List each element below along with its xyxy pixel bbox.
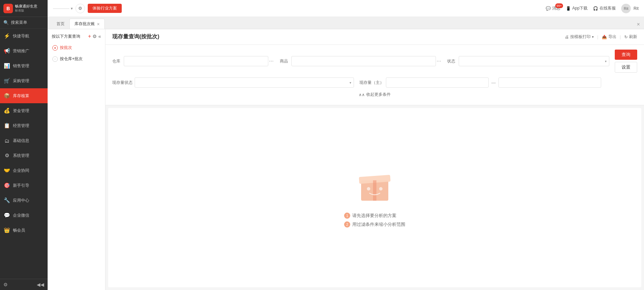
sidebar-item-system[interactable]: ⚙ 系统管理 bbox=[0, 148, 48, 163]
print-dropdown-icon[interactable]: ▾ bbox=[592, 35, 594, 39]
action-buttons: 查询 设置 bbox=[615, 50, 637, 73]
sidebar-item-label: 库存核算 bbox=[13, 93, 29, 99]
sidebar-item-guide[interactable]: 🎯 新手引导 bbox=[0, 178, 48, 193]
tab-home-label: 首页 bbox=[56, 21, 65, 27]
product-dots[interactable]: ··· bbox=[436, 58, 442, 64]
svg-point-4 bbox=[379, 187, 383, 191]
breadcrumb: ———— ▾ bbox=[53, 6, 73, 11]
operations-icon: 📋 bbox=[3, 122, 10, 129]
left-panel-actions: + ⚙ « bbox=[88, 33, 101, 39]
sidebar-item-label: 快捷导航 bbox=[13, 33, 29, 39]
warehouse-input[interactable] bbox=[124, 56, 268, 66]
sidebar-item-purchase[interactable]: 🛒 采购管理 bbox=[0, 73, 48, 88]
system-icon: ⚙ bbox=[3, 152, 10, 159]
left-panel-header: 按以下方案查询 + ⚙ « bbox=[48, 29, 105, 42]
messages-btn[interactable]: 💬 消息 99+ bbox=[546, 5, 560, 11]
tabbar: 首页 库存批次账 × × bbox=[48, 17, 644, 29]
page-header-actions: 🖨 按模板打印 ▾ | 📤 导出 | ↻ bbox=[565, 34, 637, 40]
print-btn[interactable]: 🖨 按模板打印 ▾ bbox=[565, 34, 594, 40]
footer-collapse-icon[interactable]: ◀◀ bbox=[37, 282, 44, 287]
enterprise-icon: 🤝 bbox=[3, 167, 10, 174]
sidebar-item-apps[interactable]: 🔧 应用中心 bbox=[0, 193, 48, 208]
filter-row-2: 现存量状态 全部 有库存 无库存 ▾ bbox=[112, 77, 637, 88]
export-label: 导出 bbox=[608, 34, 616, 40]
left-panel-title: 按以下方案查询 bbox=[52, 34, 80, 39]
basic-icon: 🗂 bbox=[3, 137, 10, 144]
trial-btn[interactable]: 体验行业方案 bbox=[88, 4, 122, 13]
panel-item-by-batch-label: 按批次 bbox=[60, 45, 72, 51]
sidebar-item-marketing[interactable]: 📢 营销推广 bbox=[0, 43, 48, 58]
scheme-settings-btn[interactable]: ⚙ bbox=[92, 34, 97, 39]
sidebar-item-wechat[interactable]: 💬 企业微信 bbox=[0, 208, 48, 223]
tab-close-icon[interactable]: × bbox=[97, 22, 100, 26]
status-label: 状态 bbox=[447, 58, 457, 64]
breadcrumb-text: ———— bbox=[53, 6, 69, 11]
app-download-btn[interactable]: 📱 App下载 bbox=[566, 5, 588, 11]
add-scheme-btn[interactable]: + bbox=[88, 33, 91, 39]
refresh-icon: ↻ bbox=[624, 35, 628, 39]
query-btn[interactable]: 查询 bbox=[615, 50, 637, 60]
empty-hint-2: 2 用过滤条件来缩小分析范围 bbox=[344, 221, 405, 228]
collapse-up-icon: ∧∧ bbox=[359, 92, 365, 97]
sidebar-item-inventory[interactable]: 📦 库存核算 bbox=[0, 88, 48, 103]
refresh-btn[interactable]: ↻ 刷新 bbox=[624, 34, 637, 40]
collapse-left-btn[interactable]: « bbox=[98, 34, 101, 39]
guide-icon: 🎯 bbox=[3, 182, 10, 189]
app-download-icon: 📱 bbox=[566, 6, 571, 11]
footer-settings-icon[interactable]: ⚙ bbox=[3, 282, 8, 287]
content-area: 按以下方案查询 + ⚙ « ● 按批次 ○ 按仓库+批次 bbox=[48, 29, 644, 290]
filter-area: 仓库 ··· 商品 ··· 状态 bbox=[105, 45, 644, 105]
sidebar-item-label: 经营管理 bbox=[13, 123, 29, 129]
sidebar-search[interactable]: 🔍 搜索菜单 bbox=[0, 17, 48, 29]
empty-hint-1-text: 请先选择要分析的方案 bbox=[352, 213, 396, 219]
sidebar-item-label: 销售管理 bbox=[13, 63, 29, 69]
sidebar-item-enterprise[interactable]: 🤝 企业协同 bbox=[0, 163, 48, 178]
sidebar-item-sales[interactable]: 📊 销售管理 bbox=[0, 58, 48, 73]
product-input[interactable] bbox=[291, 56, 436, 66]
inventory-icon: 📦 bbox=[3, 92, 10, 99]
search-icon: 🔍 bbox=[3, 20, 9, 25]
panel-item-by-batch[interactable]: ● 按批次 bbox=[48, 42, 105, 53]
sidebar-item-label: 企业微信 bbox=[13, 213, 29, 218]
purchase-icon: 🛒 bbox=[3, 77, 10, 84]
export-btn[interactable]: 📤 导出 bbox=[602, 34, 616, 40]
sidebar-nav: ⚡ 快捷导航 📢 营销推广 📊 销售管理 🛒 采购管理 📦 库存核算 💰 bbox=[0, 29, 48, 279]
inventory-status-label: 现存量状态 bbox=[112, 80, 133, 86]
finance-icon: 💰 bbox=[3, 107, 10, 114]
sidebar-item-label: 企业协同 bbox=[13, 168, 29, 174]
panel-item-by-warehouse-batch-label: 按仓库+批次 bbox=[60, 56, 83, 62]
sidebar-item-shortcut[interactable]: ⚡ 快捷导航 bbox=[0, 29, 48, 43]
breadcrumb-dropdown-icon[interactable]: ▾ bbox=[71, 6, 73, 11]
sidebar-item-member[interactable]: 👑 畅会员 bbox=[0, 223, 48, 238]
sidebar-item-label: 营销推广 bbox=[13, 48, 29, 54]
topbar-settings-btn[interactable]: ⚙ bbox=[75, 4, 85, 13]
online-service-btn[interactable]: 🎧 在线客服 bbox=[593, 5, 616, 11]
svg-rect-2 bbox=[373, 180, 376, 201]
sidebar: B 畅康通好生意 标准版 🔍 搜索菜单 ⚡ 快捷导航 📢 营销推广 📊 bbox=[0, 0, 48, 290]
collapse-label: 收起更多条件 bbox=[366, 92, 391, 97]
inventory-qty-from[interactable] bbox=[386, 77, 489, 88]
user-menu[interactable]: Rit Rit bbox=[621, 4, 639, 13]
sidebar-item-finance[interactable]: 💰 资金管理 bbox=[0, 103, 48, 118]
collapse-btn[interactable]: ∧∧ 收起更多条件 bbox=[359, 89, 391, 100]
panel-item-by-warehouse-batch[interactable]: ○ 按仓库+批次 bbox=[48, 53, 105, 65]
warehouse-dots[interactable]: ··· bbox=[268, 58, 274, 64]
settings-btn[interactable]: 设置 bbox=[615, 62, 637, 73]
sidebar-item-label: 畅会员 bbox=[13, 228, 25, 233]
close-all-tabs[interactable]: × bbox=[637, 21, 640, 29]
sidebar-item-operations[interactable]: 📋 经营管理 bbox=[0, 118, 48, 133]
topbar-left: ———— ▾ ⚙ 体验行业方案 bbox=[53, 4, 122, 13]
inventory-status-filter: 现存量状态 全部 有库存 无库存 ▾ bbox=[112, 77, 354, 88]
marketing-icon: 📢 bbox=[3, 48, 10, 54]
tab-inventory-batch[interactable]: 库存批次账 × bbox=[69, 19, 105, 29]
empty-state: 1 请先选择要分析的方案 2 用过滤条件来缩小分析范围 bbox=[108, 108, 641, 287]
by-warehouse-batch-icon: ○ bbox=[52, 56, 58, 62]
sidebar-item-basic[interactable]: 🗂 基础信息 bbox=[0, 133, 48, 148]
inventory-qty-to[interactable] bbox=[498, 77, 601, 88]
status-select[interactable]: 全部 正常 停用 bbox=[459, 56, 609, 66]
empty-svg bbox=[354, 165, 395, 206]
main-area: ———— ▾ ⚙ 体验行业方案 💬 消息 99+ 📱 App下载 🎧 bbox=[48, 0, 644, 290]
apps-icon: 🔧 bbox=[3, 197, 10, 204]
inventory-status-select[interactable]: 全部 有库存 无库存 bbox=[135, 77, 354, 88]
tab-home[interactable]: 首页 bbox=[52, 19, 69, 29]
